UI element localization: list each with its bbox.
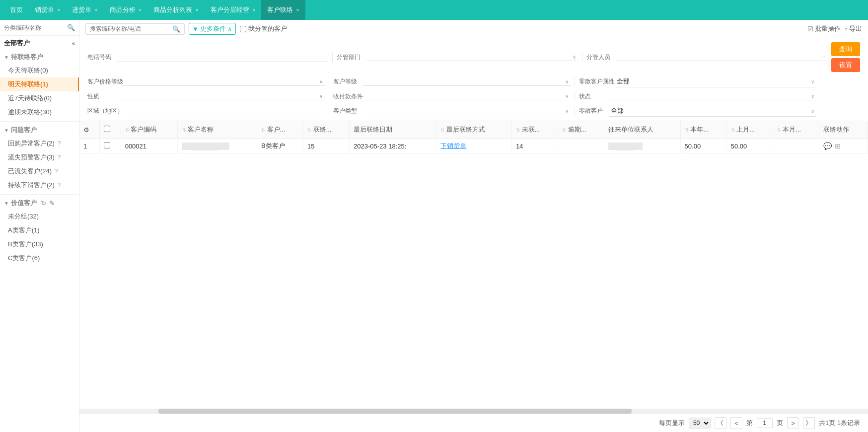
search-icon[interactable]: 🔍 [172, 25, 180, 33]
filter-retail-customer-select[interactable]: 全部 ∨ [609, 105, 816, 117]
col-seq: ⚙ [79, 121, 100, 139]
sidebar-item-tomorrow[interactable]: 明天待联络(1) [0, 77, 79, 91]
nav-customer-segment[interactable]: 客户分层经营 × [205, 0, 261, 20]
pending-section-title[interactable]: ▼ 待联络客户 [0, 51, 79, 64]
nav-customer-contact[interactable]: 客户联络 × [261, 0, 305, 20]
filter-dept-select[interactable]: ∨ [366, 53, 578, 61]
page-size-select[interactable]: 50 [689, 418, 711, 429]
filter-row-4: 区域（地区） ··· 客户类型 ∨ 零散客户 [87, 105, 860, 117]
price-level-arrow: ∨ [319, 79, 323, 84]
nav-home[interactable]: 首页 [4, 0, 29, 20]
filter-region: 区域（地区） ··· [87, 107, 325, 115]
nav-product-analysis[interactable]: 商品分析 × [104, 0, 147, 20]
sidebar-item-b-class[interactable]: B类客户(33) [0, 237, 79, 251]
sidebar-item-repurchase[interactable]: 回购异常客户(2) ? [0, 137, 79, 150]
sort-icon-last-month[interactable]: ⇅ [731, 127, 735, 133]
filter-status-label: 状态 [579, 92, 609, 101]
sidebar-item-c-class[interactable]: C类客户(6) [0, 251, 79, 265]
right-action-buttons: ☑ 批量操作 ↑ 导出 [807, 24, 863, 33]
filter-divider-2 [582, 52, 582, 62]
nav-product-analysis-list[interactable]: 商品分析列表 × [147, 0, 204, 20]
cell-checkbox [100, 139, 121, 154]
nav-close-purchase[interactable]: × [94, 7, 97, 13]
filter-retail-attr-select[interactable]: 全部 ∨ [615, 76, 816, 87]
filter-retail-customer: 零散客户 全部 ∨ [579, 105, 816, 117]
problem-section-title[interactable]: ▼ 问题客户 [0, 124, 79, 137]
sidebar-item-a-class[interactable]: A类客户(1) [0, 223, 79, 237]
sidebar-item-overdue[interactable]: 逾期未联络(30) [0, 105, 79, 119]
sort-icon-count[interactable]: ⇅ [307, 127, 311, 133]
sidebar-item-7days[interactable]: 近7天待联络(0) [0, 91, 79, 105]
grid-action-icon[interactable]: ⊞ [835, 142, 841, 150]
table-row: 1 000021 ██████ B类客户 15 2023-05-23 18:25… [79, 139, 868, 154]
horizontal-scrollbar[interactable] [79, 409, 868, 414]
filter-customer-type-select[interactable]: ∨ [363, 107, 571, 115]
setting-button[interactable]: 设置 [831, 58, 860, 72]
nav-close-product-analysis[interactable]: × [139, 7, 142, 13]
nav-close-product-analysis-list[interactable]: × [195, 7, 198, 13]
row-checkbox[interactable] [104, 142, 110, 148]
filter-price-level-select[interactable]: ∨ [123, 78, 325, 86]
nav-close-sales[interactable]: × [57, 7, 60, 13]
chat-action-icon[interactable]: 💬 [823, 142, 832, 150]
col-contact-count: ⇅ 联络... [303, 121, 349, 139]
more-filter-button[interactable]: ▼ 更多条件 ∧ [189, 23, 236, 35]
search-input[interactable] [90, 25, 172, 32]
last-contact-method-link[interactable]: 下销货单 [440, 142, 466, 149]
col-last-method: ⇅ 最后联络方式 [436, 121, 512, 139]
sort-icon-method[interactable]: ⇅ [440, 127, 444, 133]
all-customers-header[interactable]: 全部客户 « [0, 36, 79, 51]
my-customers-checkbox-label[interactable]: 我分管的客户 [240, 24, 287, 33]
sort-icon-code[interactable]: ⇅ [125, 127, 129, 133]
sidebar-item-declining[interactable]: 持续下滑客户(2) ? [0, 178, 79, 192]
value-section-title[interactable]: ▼ 价值客户 ↻ ✎ [0, 197, 79, 210]
prev-page-button[interactable]: < [730, 417, 742, 429]
row-action-icons: 💬 ⊞ [823, 142, 864, 150]
cell-contact-person: ████ [604, 139, 681, 154]
pending-triangle: ▼ [4, 55, 9, 60]
select-all-checkbox[interactable] [104, 126, 110, 132]
sort-icon-this-month[interactable]: ⇅ [777, 127, 781, 133]
sort-icon-year[interactable]: ⇅ [685, 127, 689, 133]
filter-phone-input[interactable] [117, 53, 328, 62]
page-number-input[interactable] [757, 418, 773, 428]
cell-contact-count: 15 [303, 139, 349, 154]
filter-nature-select[interactable]: ∨ [117, 92, 325, 100]
filter-divider-4 [575, 77, 575, 87]
sidebar-item-churned[interactable]: 已流失客户(24) ? [0, 164, 79, 178]
edit-icon[interactable]: ✎ [49, 200, 55, 207]
filter-region-select[interactable]: ··· [123, 107, 325, 115]
refresh-icon[interactable]: ↻ [41, 200, 46, 207]
last-page-button[interactable]: 》 [803, 417, 815, 429]
filter-customer-type: 客户类型 ∨ [333, 107, 571, 115]
first-page-button[interactable]: 《 [715, 417, 726, 429]
settings-icon[interactable]: ⚙ [83, 126, 89, 134]
sidebar-item-churn-warning[interactable]: 流失预警客户(3) ? [0, 150, 79, 164]
export-button[interactable]: ↑ 导出 [845, 24, 863, 33]
search-input-wrap: 🔍 [85, 23, 185, 35]
filter-price-level: 客户价格等级 ∨ [87, 77, 325, 86]
filter-customer-level: 客户等级 ∨ [333, 77, 571, 86]
sidebar-search-icon[interactable]: 🔍 [67, 24, 75, 31]
nav-purchase[interactable]: 进货单 × [66, 0, 103, 20]
query-button[interactable]: 查询 [831, 42, 860, 56]
sort-icon-type[interactable]: ⇅ [261, 127, 265, 133]
sidebar-item-today[interactable]: 今天待联络(0) [0, 64, 79, 77]
sort-icon-name[interactable]: ⇅ [182, 127, 186, 133]
filter-status-select[interactable]: ∨ [609, 92, 816, 100]
sort-icon-overdue[interactable]: ⇅ [562, 127, 566, 133]
filter-manager-select[interactable]: ··· [616, 53, 827, 61]
nav-sales[interactable]: 销货单 × [29, 0, 66, 20]
nav-close-customer-segment[interactable]: × [252, 7, 255, 13]
batch-operation-button[interactable]: ☑ 批量操作 [807, 24, 841, 33]
sidebar-item-ungrouped[interactable]: 未分组(32) [0, 210, 79, 223]
scrollbar-thumb[interactable] [158, 409, 632, 414]
filter-payment-select[interactable]: ∨ [363, 92, 571, 100]
next-page-button[interactable]: > [787, 417, 799, 429]
cell-last-month: 50.00 [726, 139, 773, 154]
filter-customer-level-select[interactable]: ∨ [363, 78, 571, 86]
nav-close-customer-contact[interactable]: × [296, 7, 299, 13]
my-customers-checkbox[interactable] [240, 26, 246, 32]
sidebar-search-input[interactable] [4, 24, 65, 31]
sort-icon-uncontact[interactable]: ⇅ [516, 127, 520, 133]
